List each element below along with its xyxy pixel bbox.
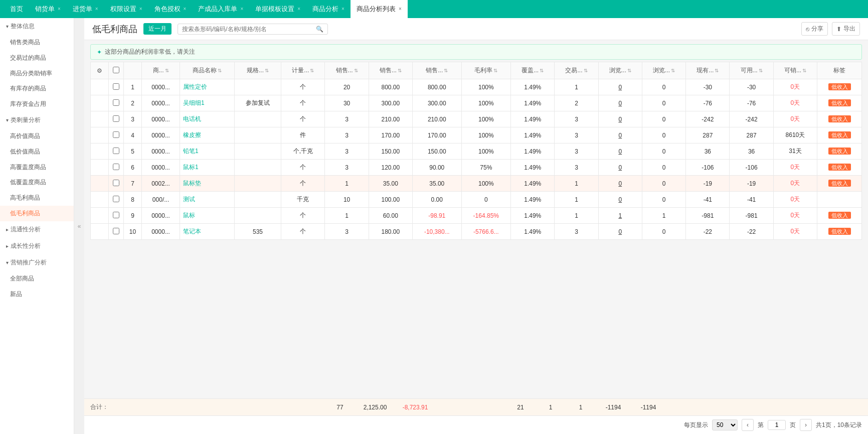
row-checkbox[interactable] — [113, 196, 119, 202]
nav-purchase-close-icon[interactable]: × — [95, 0, 98, 18]
cell-check[interactable] — [109, 176, 124, 192]
filter-button[interactable]: 近一月 — [143, 23, 171, 35]
search-icon[interactable]: 🔍 — [316, 26, 323, 33]
cell-name[interactable]: 属性定价 — [180, 79, 235, 95]
th-settings[interactable]: ⚙ — [91, 62, 109, 79]
sidebar-group-overall[interactable]: ▾ 整体信息 — [0, 18, 74, 35]
page-number-input[interactable] — [768, 420, 786, 430]
cell-check[interactable] — [109, 111, 124, 127]
browse1-link[interactable]: 0 — [618, 164, 622, 171]
cell-name[interactable]: 鼠标 — [180, 208, 235, 224]
nav-goods-analysis-close-icon[interactable]: × — [341, 0, 344, 18]
sidebar-item-sales-goods[interactable]: 销售类商品 — [0, 35, 74, 50]
sidebar-group-marketing[interactable]: ▾ 营销推广分析 — [0, 254, 74, 271]
row-checkbox[interactable] — [113, 180, 119, 186]
cell-browse1[interactable]: 0 — [598, 143, 642, 160]
cell-browse1[interactable]: 0 — [598, 192, 642, 208]
sidebar-group-growth[interactable]: ▸ 成长性分析 — [0, 238, 74, 254]
sidebar-item-low-margin[interactable]: 低毛利商品 — [0, 206, 74, 221]
cell-browse1[interactable]: 0 — [598, 176, 642, 192]
th-browse2[interactable]: 浏览...⇅ — [642, 62, 685, 79]
cell-browse1[interactable]: 1 — [598, 208, 642, 224]
browse1-link[interactable]: 0 — [618, 132, 622, 139]
th-name[interactable]: 商品名称⇅ — [180, 62, 235, 79]
nav-purchase[interactable]: 进货单 × — [67, 0, 104, 18]
share-button[interactable]: ⎋ 分享 — [801, 22, 828, 36]
export-button[interactable]: ⬆ 导出 — [832, 22, 860, 36]
nav-roles[interactable]: 角色授权 × — [148, 0, 193, 18]
nav-templates-close-icon[interactable]: × — [297, 0, 300, 18]
nav-home[interactable]: 首页 — [4, 0, 29, 18]
nav-sales[interactable]: 销货单 × — [29, 0, 67, 18]
row-checkbox[interactable] — [113, 164, 119, 170]
browse1-link[interactable]: 0 — [618, 84, 622, 91]
row-checkbox[interactable] — [113, 148, 119, 154]
row-checkbox[interactable] — [113, 212, 119, 218]
sidebar-item-category-rate[interactable]: 商品分类助销率 — [0, 66, 74, 81]
cell-name[interactable]: 笔记本 — [180, 224, 235, 240]
cell-name[interactable]: 测试 — [180, 192, 235, 208]
cell-check[interactable] — [109, 127, 124, 143]
th-current-stock[interactable]: 现有...⇅ — [686, 62, 730, 79]
sidebar-item-high-value[interactable]: 高价值商品 — [0, 128, 74, 144]
cell-check[interactable] — [109, 79, 124, 95]
th-spec[interactable]: 规格...⇅ — [234, 62, 281, 79]
cell-check[interactable] — [109, 95, 124, 111]
cell-browse1[interactable]: 0 — [598, 127, 642, 143]
browse1-link[interactable]: 0 — [618, 148, 622, 155]
cell-name[interactable]: 铅笔1 — [180, 143, 235, 160]
browse1-link[interactable]: 0 — [618, 228, 622, 235]
sidebar-item-stock-capital[interactable]: 库存资金占用 — [0, 96, 74, 112]
nav-goods-analysis-list[interactable]: 商品分析列表 × — [351, 0, 408, 18]
th-saleable[interactable]: 可销...⇅ — [773, 62, 817, 79]
nav-templates[interactable]: 单据模板设置 × — [249, 0, 306, 18]
cell-browse1[interactable]: 0 — [598, 160, 642, 176]
sidebar-item-in-stock[interactable]: 有库存的商品 — [0, 81, 74, 96]
next-page-button[interactable]: › — [800, 419, 812, 431]
cell-check[interactable] — [109, 208, 124, 224]
th-available[interactable]: 可用...⇅ — [730, 62, 773, 79]
row-checkbox[interactable] — [113, 83, 119, 90]
browse1-link[interactable]: 0 — [618, 196, 622, 203]
th-sales-profit[interactable]: 销售...⇅ — [413, 62, 462, 79]
sidebar-item-low-coverage[interactable]: 低覆盖度商品 — [0, 175, 74, 190]
nav-permissions[interactable]: 权限设置 × — [104, 0, 148, 18]
search-input[interactable] — [182, 26, 313, 33]
sidebar-item-high-margin[interactable]: 高毛利商品 — [0, 190, 74, 206]
th-trade[interactable]: 交易...⇅ — [555, 62, 598, 79]
nav-roles-close-icon[interactable]: × — [184, 0, 187, 18]
nav-sales-close-icon[interactable]: × — [58, 0, 61, 18]
cell-name[interactable]: 鼠标1 — [180, 160, 235, 176]
cell-check[interactable] — [109, 224, 124, 240]
sidebar-group-circulation[interactable]: ▸ 流通性分析 — [0, 221, 74, 238]
th-sales-price[interactable]: 销售...⇅ — [369, 62, 412, 79]
cell-name[interactable]: 吴细细1 — [180, 95, 235, 111]
th-browse1[interactable]: 浏览...⇅ — [598, 62, 642, 79]
nav-goods-analysis-list-close-icon[interactable]: × — [399, 0, 402, 18]
sidebar-item-high-coverage[interactable]: 高覆盖度商品 — [0, 160, 74, 175]
row-checkbox[interactable] — [113, 115, 119, 122]
cell-name[interactable]: 橡皮擦 — [180, 127, 235, 143]
sidebar-group-remaining[interactable]: ▾ 类剩量分析 — [0, 112, 74, 128]
cell-check[interactable] — [109, 160, 124, 176]
th-check[interactable] — [109, 62, 124, 79]
th-cover-rate[interactable]: 覆盖...⇅ — [511, 62, 555, 79]
cell-name[interactable]: 鼠标垫 — [180, 176, 235, 192]
sidebar-item-all-goods[interactable]: 全部商品 — [0, 271, 74, 286]
row-checkbox[interactable] — [113, 228, 119, 234]
check-all[interactable] — [113, 67, 119, 73]
sidebar-item-traded-goods[interactable]: 交易过的商品 — [0, 50, 74, 66]
nav-products-close-icon[interactable]: × — [240, 0, 243, 18]
th-sales-qty[interactable]: 销售...⇅ — [325, 62, 369, 79]
browse1-link[interactable]: 1 — [618, 212, 622, 219]
cell-browse1[interactable]: 0 — [598, 79, 642, 95]
sidebar-collapse-button[interactable]: « — [74, 18, 84, 434]
sidebar-item-new-goods[interactable]: 新品 — [0, 286, 74, 302]
browse1-link[interactable]: 0 — [618, 180, 622, 187]
browse1-link[interactable]: 0 — [618, 100, 622, 107]
cell-check[interactable] — [109, 192, 124, 208]
cell-name[interactable]: 电话机 — [180, 111, 235, 127]
cell-browse1[interactable]: 0 — [598, 224, 642, 240]
row-checkbox[interactable] — [113, 131, 119, 138]
th-code[interactable]: 商...⇅ — [142, 62, 180, 79]
